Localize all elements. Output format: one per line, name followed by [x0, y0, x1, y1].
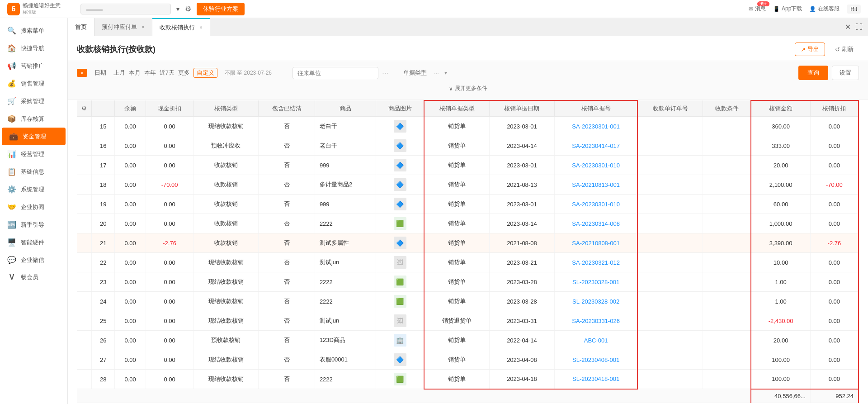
invoice-no-link[interactable]: SA-20230301-001 — [572, 123, 620, 130]
product-image: 🔷 — [394, 198, 406, 210]
expand-more-conditions[interactable]: ∨ 展开更多条件 — [446, 82, 490, 95]
cell-settings — [77, 370, 92, 389]
cell-receipt-order — [637, 214, 703, 233]
cell-product-img: 🔷 — [376, 175, 425, 195]
date-opt-this-year[interactable]: 本年 — [144, 69, 156, 77]
cell-invoice-type: 销货单 — [424, 117, 489, 136]
invoice-no-link[interactable]: SA-20230301-010 — [572, 162, 620, 169]
cell-product: 2222 — [315, 292, 376, 311]
sidebar-item-finance[interactable]: 💼 资金管理 — [2, 128, 66, 145]
sidebar-item-purchase[interactable]: 🛒 采购管理 — [0, 92, 67, 110]
invoice-no-link[interactable]: SA-20230321-012 — [572, 259, 620, 266]
tab-collection-close[interactable]: × — [199, 24, 203, 31]
header-actions: ↗ 导出 ↺ 刷新 — [795, 43, 859, 56]
page-content: 收款核销执行(按收款) ↗ 导出 ↺ 刷新 » 日期 — [68, 36, 868, 404]
sidebar-item-system[interactable]: ⚙️ 系统管理 — [0, 181, 67, 198]
app-download[interactable]: 📱 App下载 — [773, 5, 802, 13]
sidebar-item-hardware[interactable]: 🖥️ 智能硬件 — [0, 233, 67, 251]
cell-no: 27 — [92, 350, 115, 370]
invoice-no-link[interactable]: SA-20230331-026 — [572, 318, 620, 324]
setting-button[interactable]: 设置 — [832, 66, 859, 80]
sidebar-item-wechat[interactable]: 💬 企业微信 — [0, 251, 67, 269]
dots-separator-1: ··· — [382, 68, 389, 78]
table-container: ⚙ 余额 现金折扣 核销类型 包含已结清 商品 商品图片 核销单据类型 核销单据… — [68, 100, 868, 403]
filter-unit: ··· — [292, 67, 389, 79]
cell-invoice-type: 销货单 — [424, 175, 489, 195]
invoice-no-link[interactable]: SL-20230418-001 — [572, 375, 619, 382]
query-button[interactable]: 查询 — [798, 66, 828, 80]
invoice-no-link[interactable]: SA-20230414-017 — [572, 143, 620, 149]
cell-invoice-type: 销货单 — [424, 136, 489, 156]
tab-maximize[interactable]: ⛶ — [854, 21, 864, 33]
export-button[interactable]: ↗ 导出 — [795, 43, 825, 56]
invoice-no-link[interactable]: SL-20230408-001 — [572, 356, 619, 363]
date-opt-custom[interactable]: 自定义 — [193, 68, 217, 78]
cell-receipt-condition — [703, 253, 751, 272]
cell-balance: 0.00 — [115, 292, 146, 311]
filter-expand-button[interactable]: » — [77, 69, 87, 77]
sidebar-item-quicknav[interactable]: 🏠 快捷导航 — [0, 39, 67, 57]
sidebar-label-sales: 销售管理 — [21, 80, 44, 88]
gear-button[interactable]: ⚙ — [185, 5, 191, 13]
sidebar-item-inventory[interactable]: 📦 库存核算 — [0, 110, 67, 128]
sidebar-item-guide[interactable]: 🆕 新手引导 — [0, 216, 67, 233]
cell-settings — [77, 156, 92, 175]
sidebar-label-corp: 企业协同 — [21, 203, 44, 211]
sidebar-item-search[interactable]: 🔍 搜索菜单 — [0, 22, 67, 39]
date-opt-7days[interactable]: 近7天 — [160, 69, 175, 77]
tab-prepay-close[interactable]: × — [142, 24, 145, 30]
invoice-no-link[interactable]: SA-20210808-001 — [572, 240, 620, 247]
refresh-button[interactable]: ↺ 刷新 — [830, 43, 859, 56]
from-unit-input[interactable] — [292, 67, 378, 79]
invoice-no-link[interactable]: SL-20230328-002 — [572, 298, 619, 305]
cell-settings — [77, 233, 92, 253]
invoice-no-link[interactable]: SA-20210813-001 — [572, 181, 620, 188]
cell-invoice-date: 2023-03-31 — [490, 311, 555, 331]
tab-home[interactable]: 首页 — [68, 18, 94, 36]
th-balance: 余额 — [115, 100, 146, 117]
cell-product-img: 🟩 — [376, 292, 425, 311]
cell-invoice-type: 销货单 — [424, 292, 489, 311]
invoice-no-link[interactable]: ABC-001 — [584, 337, 608, 344]
sidebar-label-system: 系统管理 — [21, 185, 44, 194]
cell-cash-discount: 0.00 — [146, 117, 193, 136]
cell-product-img: 🔷 — [376, 136, 425, 156]
th-settings[interactable]: ⚙ — [77, 100, 92, 117]
table-row: 25 0.00 0.00 现结收款核销 否 测试jun 🖼 销货退货单 2023… — [77, 311, 859, 331]
sidebar-item-operations[interactable]: 📊 经营管理 — [0, 145, 67, 163]
product-image: 🔷 — [394, 159, 406, 171]
date-opt-more[interactable]: 更多 — [178, 69, 190, 77]
tab-bar: 首页 预付冲应付单 × 收款核销执行 × ✕ ⛶ — [68, 18, 868, 36]
sidebar-item-member[interactable]: V 畅会员 — [0, 269, 67, 286]
online-service[interactable]: 👤 在线客服 — [809, 5, 840, 13]
invoice-no-link[interactable]: SA-20230301-010 — [572, 201, 620, 208]
table-row: 20 0.00 0.00 收款核销 否 2222 🟩 销货单 2023-03-1… — [77, 214, 859, 233]
sidebar-item-sales[interactable]: 💰 销售管理 — [0, 75, 67, 92]
cell-no: 28 — [92, 370, 115, 389]
table-row: 17 0.00 0.00 收款核销 否 999 🔷 销货单 2023-03-01… — [77, 156, 859, 175]
notifications[interactable]: ✉ 消息 99+ — [749, 5, 766, 13]
date-opt-last-month[interactable]: 上月 — [113, 69, 125, 77]
cell-included-settled: 否 — [259, 175, 315, 195]
cell-receipt-order — [637, 233, 703, 253]
table-row: 26 0.00 0.00 预收款核销 否 123D商品 🏢 销货单 2022-0… — [77, 331, 859, 350]
date-opt-this-month[interactable]: 本月 — [129, 69, 141, 77]
table-footer-row: 40,556,66... 952.24 — [77, 389, 859, 403]
invoice-no-link[interactable]: SA-20230314-008 — [572, 220, 620, 227]
cell-no: 16 — [92, 136, 115, 156]
sidebar-item-marketing[interactable]: 📢 营销推广 — [0, 57, 67, 75]
cell-receipt-order — [637, 370, 703, 389]
sidebar-item-corp[interactable]: 🤝 企业协同 — [0, 198, 67, 216]
cell-no: 25 — [92, 311, 115, 331]
tab-close-all[interactable]: ✕ — [843, 21, 853, 33]
user-info[interactable]: Rit — [847, 5, 861, 14]
sidebar-item-basic[interactable]: 📋 基础信息 — [0, 163, 67, 181]
purchase-icon: 🛒 — [7, 97, 16, 105]
cell-product-img: 🟩 — [376, 214, 425, 233]
tab-collection[interactable]: 收款核销执行 × — [152, 18, 210, 36]
invoice-no-link[interactable]: SL-20230328-001 — [572, 279, 619, 285]
tab-prepay[interactable]: 预付冲应付单 × — [94, 18, 152, 36]
industry-button[interactable]: 休验行业方案 — [197, 3, 245, 15]
dropdown-button[interactable]: ▾ — [176, 5, 179, 13]
cell-settings — [77, 331, 92, 350]
